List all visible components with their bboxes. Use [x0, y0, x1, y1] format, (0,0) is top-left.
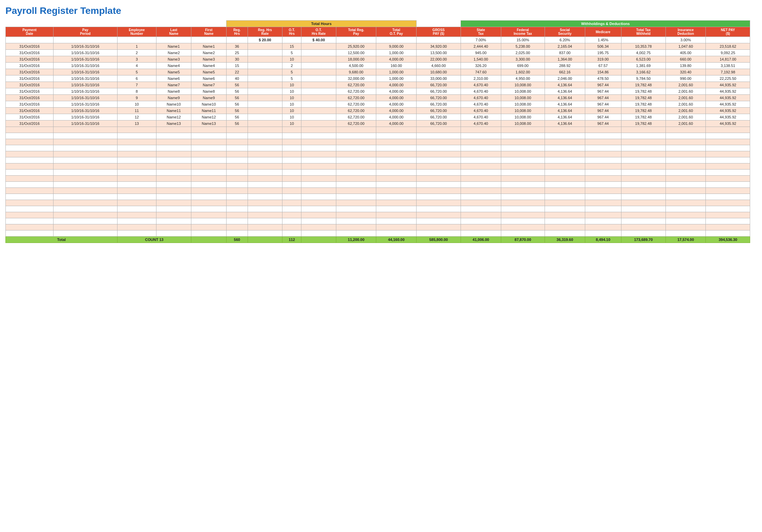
- col-pay-period: PayPeriod: [54, 27, 118, 37]
- total-net-pay: 394,536.30: [706, 237, 750, 243]
- empty-row: [6, 194, 757, 200]
- empty-row: [6, 133, 757, 139]
- empty-row: [6, 176, 757, 182]
- col-net-pay: NET PAY($): [706, 27, 750, 37]
- total-state-tax: 41,006.00: [461, 237, 501, 243]
- table-row: 31/Oct/20161/10/16-31/10/169Name9Name956…: [6, 95, 757, 101]
- col-first-name: FirstName: [191, 27, 227, 37]
- empty-row: [6, 224, 757, 230]
- total-fed-income-tax: 87,870.00: [501, 237, 545, 243]
- column-headers-row: PaymentDate PayPeriod EmployeeNumber Las…: [6, 27, 757, 37]
- table-row: 31/Oct/20161/10/16-31/10/164Name4Name415…: [6, 63, 757, 69]
- empty-row: [6, 145, 757, 151]
- table-row: 31/Oct/20161/10/16-31/10/166Name6Name640…: [6, 75, 757, 82]
- total-medicare: 8,494.10: [585, 237, 621, 243]
- total-ot-rate: [301, 237, 336, 243]
- default-federal-income-tax: 15.00%: [501, 37, 545, 43]
- empty-row: [6, 139, 757, 145]
- total-reg-rate: [248, 237, 282, 243]
- empty-row: [6, 200, 757, 206]
- payroll-table: Total Hours Withholdings & Deductions Pa…: [5, 20, 757, 243]
- table-row: 31/Oct/20161/10/16-31/10/1613Name13Name1…: [6, 120, 757, 127]
- table-wrapper: Total Hours Withholdings & Deductions Pa…: [5, 20, 757, 243]
- total-gross-pay: 585,800.00: [416, 237, 461, 243]
- table-row: 31/Oct/20161/10/16-31/10/168Name8Name856…: [6, 88, 757, 95]
- default-reg-rate: $ 20.00: [248, 37, 282, 43]
- total-ot-hrs: 112: [282, 237, 301, 243]
- page-title: Payroll Register Template: [5, 5, 757, 16]
- default-medicare: 1.45%: [585, 37, 621, 43]
- total-total-withheld: 173,689.70: [621, 237, 665, 243]
- table-row: 31/Oct/20161/10/16-31/10/162Name2Name225…: [6, 50, 757, 56]
- rate-row: $ 20.00 $ 40.00 7.00% 15.00% 6.20% 1.45%…: [6, 37, 757, 43]
- table-row: 31/Oct/20161/10/16-31/10/161Name1Name136…: [6, 43, 757, 50]
- empty-row: [6, 212, 757, 218]
- table-row: 31/Oct/20161/10/16-31/10/163Name3Name330…: [6, 56, 757, 63]
- table-row: 31/Oct/20161/10/16-31/10/1611Name11Name1…: [6, 108, 757, 114]
- total-insurance-ded: 17,574.00: [665, 237, 706, 243]
- empty-row: [6, 157, 757, 163]
- col-reg-hrs: Reg.Hrs: [226, 27, 248, 37]
- col-insurance-deduction: InsuranceDeduction: [665, 27, 706, 37]
- empty-row: [6, 182, 757, 188]
- default-state-tax: 7.00%: [461, 37, 501, 43]
- default-social-security: 6.20%: [545, 37, 585, 43]
- col-emp-number: EmployeeNumber: [117, 27, 156, 37]
- col-reg-hrs-rate: Reg. HrsRate: [248, 27, 282, 37]
- table-row: 31/Oct/20161/10/16-31/10/1612Name12Name1…: [6, 114, 757, 120]
- total-reg-hrs: 560: [226, 237, 248, 243]
- default-ot-rate: $ 40.00: [301, 37, 336, 43]
- total-total-reg-pay: 11,200.00: [336, 237, 376, 243]
- group-header-row: Total Hours Withholdings & Deductions: [6, 21, 757, 27]
- total-social-security: 36,319.60: [545, 237, 585, 243]
- empty-row: [6, 151, 757, 157]
- empty-row: [6, 163, 757, 170]
- col-state-tax: StateTax: [461, 27, 501, 37]
- total-total-ot-pay: 44,160.00: [376, 237, 417, 243]
- col-total-tax-withheld: Total TaxWithheld: [621, 27, 665, 37]
- table-row: 31/Oct/20161/10/16-31/10/1610Name10Name1…: [6, 101, 757, 108]
- empty-row: [6, 218, 757, 224]
- col-gross-pay: GROSSPAY ($): [416, 27, 461, 37]
- default-insurance-deduction: 3.00%: [665, 37, 706, 43]
- col-last-name: LastName: [156, 27, 191, 37]
- empty-row: [6, 230, 757, 237]
- col-total-ot-pay: TotalO.T. Pay: [376, 27, 417, 37]
- col-ot-hrs: O.T.Hrs: [282, 27, 301, 37]
- table-row: 31/Oct/20161/10/16-31/10/165Name5Name522…: [6, 69, 757, 75]
- empty-row: [6, 206, 757, 212]
- total-row: Total COUNT 13 560 112 11,200.00 44,160.…: [6, 237, 757, 243]
- total-hours-header: Total Hours: [226, 21, 416, 27]
- empty-row: [6, 170, 757, 176]
- col-medicare: Medicare: [585, 27, 621, 37]
- empty-row: [6, 188, 757, 194]
- empty-row: [6, 127, 757, 133]
- col-federal-income-tax: FederalIncome Tax: [501, 27, 545, 37]
- col-total-reg-pay: Total Reg.Pay: [336, 27, 376, 37]
- col-social-security: SocialSecurity: [545, 27, 585, 37]
- table-row: 31/Oct/20161/10/16-31/10/167Name7Name756…: [6, 82, 757, 88]
- total-count: COUNT 13: [117, 237, 191, 243]
- col-ot-hrs-rate: O.T.Hrs Rate: [301, 27, 336, 37]
- col-payment-date: PaymentDate: [6, 27, 54, 37]
- total-label: Total: [6, 237, 118, 243]
- withholdings-header: Withholdings & Deductions: [461, 21, 750, 27]
